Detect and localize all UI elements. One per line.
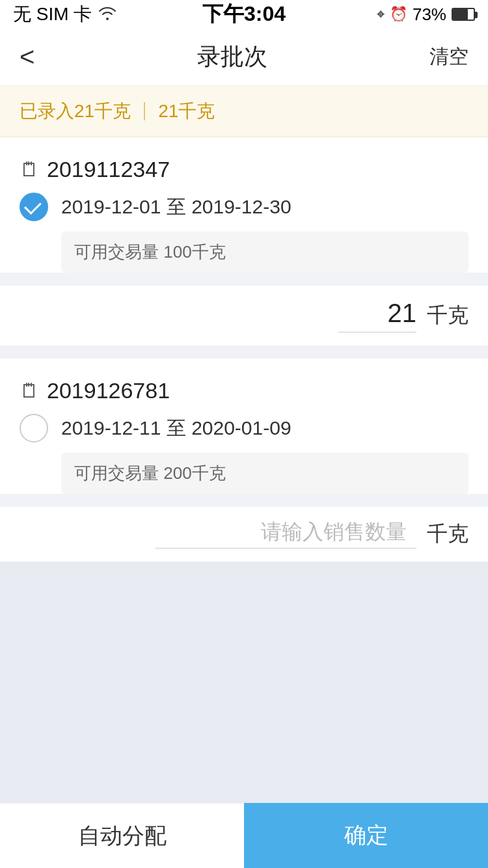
batch-1-id: 2019112347 [47,157,170,182]
nav-bar: < 录批次 清空 [0,29,488,86]
confirm-button[interactable]: 确定 [244,803,488,868]
batch-2-header: 🗒 2019126781 [20,378,468,403]
batch-2-id: 2019126781 [47,378,170,403]
section-divider [0,346,488,359]
recorded-amount: 已录入21千克 [20,99,131,124]
batch-icon-2: 🗒 [20,380,39,402]
status-bar: 无 SIM 卡 下午3:04 ⌖ ⏰ 73% [0,0,488,29]
page-title: 录批次 [197,41,267,73]
info-banner: 已录入21千克 21千克 [0,86,488,137]
batch-1-date-row[interactable]: 2019-12-01 至 2019-12-30 [20,193,468,221]
batch-item-1: 🗒 2019112347 2019-12-01 至 2019-12-30 可用交… [0,137,488,273]
status-right: ⌖ ⏰ 73% [377,5,475,25]
batch-2-available: 可用交易量 200千克 [74,463,226,483]
bottom-bar: 自动分配 确定 [0,803,488,868]
batch-2-date-row[interactable]: 2019-12-11 至 2020-01-09 [20,414,468,442]
total-amount: 21千克 [158,99,215,124]
banner-divider [144,102,145,120]
batch-2-unit: 千克 [427,520,468,549]
batch-1-quantity-underline: 21 [338,299,416,332]
batch-1-header: 🗒 2019112347 [20,157,468,182]
back-button[interactable]: < [20,42,34,72]
auto-assign-button[interactable]: 自动分配 [0,803,244,868]
batch-2-available-box: 可用交易量 200千克 [61,453,468,494]
batch-1-date: 2019-12-01 至 2019-12-30 [61,194,291,221]
battery-text: 73% [413,5,446,25]
clear-button[interactable]: 清空 [429,44,468,70]
batch-1-quantity-value: 21 [388,299,417,327]
empty-area [0,562,488,835]
batch-2-quantity-input[interactable] [156,520,416,549]
batch-2-date: 2019-12-11 至 2020-01-09 [61,415,291,442]
batch-1-quantity-row: 21 千克 [0,286,488,346]
location-icon: ⌖ [377,6,385,23]
status-time: 下午3:04 [202,0,286,29]
wifi-icon [98,4,116,25]
batch-2-input-row[interactable]: 千克 [0,507,488,562]
status-left: 无 SIM 卡 [13,2,116,27]
batch-1-radio[interactable] [20,193,48,221]
batch-2-radio[interactable] [20,414,48,442]
batch-item-2: 🗒 2019126781 2019-12-11 至 2020-01-09 可用交… [0,359,488,494]
battery-icon [452,8,475,21]
alarm-icon: ⏰ [390,6,407,23]
batch-1-available: 可用交易量 100千克 [74,242,226,262]
batch-icon-1: 🗒 [20,159,39,181]
batch-1-available-box: 可用交易量 100千克 [61,232,468,273]
batch-1-unit: 千克 [427,301,468,330]
carrier-text: 无 SIM 卡 [13,2,92,27]
